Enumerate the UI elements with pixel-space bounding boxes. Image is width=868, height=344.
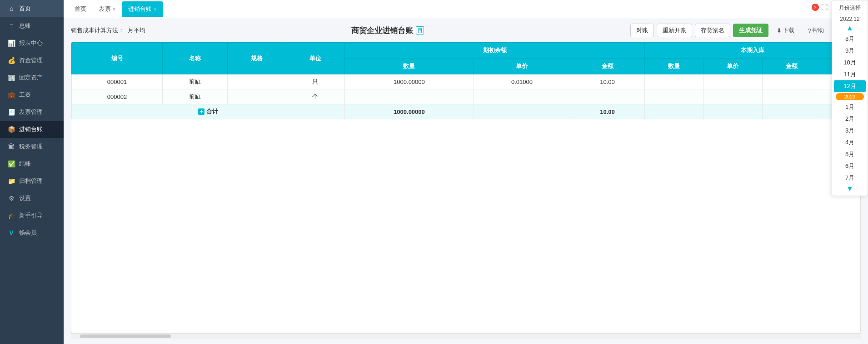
month-item-10[interactable]: 10月 (832, 57, 868, 69)
col-start-price: 单价 (474, 59, 570, 74)
month-item-3[interactable]: 3月 (832, 125, 868, 137)
sidebar-item-archive[interactable]: 📁 归档管理 (0, 172, 64, 190)
total-in-amount (762, 104, 821, 119)
close-button[interactable]: × (812, 4, 819, 11)
month-panel-title: 月份选择 (832, 2, 868, 14)
cell-spec (227, 89, 286, 104)
month-item-5[interactable]: 5月 (832, 148, 868, 160)
total-start-amount: 10.00 (570, 104, 644, 119)
month-nav-down: ▼ (832, 184, 868, 194)
reconcile-button[interactable]: 对账 (630, 24, 654, 37)
cell-unit: 只 (286, 74, 344, 89)
month-down-button[interactable]: ▼ (844, 185, 855, 193)
cell-in-qty (645, 89, 703, 104)
cell-start-amount (570, 89, 644, 104)
generate-voucher-button[interactable]: 生成凭证 (733, 24, 768, 37)
month-item-2[interactable]: 2月 (832, 113, 868, 125)
col-in-qty: 数量 (645, 59, 703, 74)
cell-in-qty (645, 74, 703, 89)
month-up-button[interactable]: ▲ (844, 24, 855, 32)
cell-start-price (474, 89, 570, 104)
col-name: 名称 (163, 43, 227, 74)
sidebar-item-fixed-assets[interactable]: 🏢 固定资产 (0, 69, 64, 86)
sidebar-item-tax[interactable]: 🏛 税务管理 (0, 138, 64, 155)
table-header-row1: 编号 名称 规格 单位 期初余额 本期入库 (72, 43, 860, 59)
reports-icon: 📊 (7, 39, 15, 47)
invoice-icon: 🧾 (7, 108, 15, 116)
help-button[interactable]: ? 帮助 (803, 24, 829, 37)
col-in-amount: 金额 (762, 59, 821, 74)
month-item-11[interactable]: 11月 (832, 69, 868, 80)
tab-inventory[interactable]: 进销台账 × (122, 1, 163, 17)
content-area: 销售成本计算方法： 月平均 商贸企业进销台账 目 对账 重新开账 存货别名 生成… (64, 18, 868, 344)
month-item-8[interactable]: 8月 (832, 33, 868, 45)
funds-icon: 💰 (7, 57, 15, 64)
save-alias-button[interactable]: 存货别名 (695, 24, 730, 37)
main-area: × ⛶ 首页 发票 × 进销台账 × 销售成本计算方法： 月平均 商贸企业进销台… (64, 0, 868, 344)
home-icon: ⌂ (7, 5, 15, 12)
month-item-7[interactable]: 7月 (832, 172, 868, 184)
col-current-in: 本期入库 (645, 43, 860, 59)
tab-home[interactable]: 首页 (68, 1, 93, 17)
archive-icon: 📁 (7, 177, 15, 185)
cell-unit: 个 (286, 89, 344, 104)
toolbar-buttons: 对账 重新开账 存货别名 生成凭证 ⬇ 下载 ? 帮助 ↻ 刷新 (630, 24, 861, 37)
reopen-button[interactable]: 重新开账 (657, 24, 692, 37)
sidebar-item-funds[interactable]: 💰 资金管理 (0, 52, 64, 69)
tab-invoice[interactable]: 发票 × (93, 1, 122, 17)
table-row: 000002 前缸 个 (72, 89, 860, 104)
sidebar-item-reports[interactable]: 📊 报表中心 (0, 34, 64, 52)
scroll-thumb[interactable] (80, 334, 171, 338)
sidebar-item-membership[interactable]: V 畅会员 (0, 224, 64, 241)
month-item-6[interactable]: 6月 (832, 160, 868, 172)
month-item-1[interactable]: 1月 (832, 101, 868, 113)
cell-start-price: 0.01000 (474, 74, 570, 89)
inventory-table: 编号 名称 规格 单位 期初余额 本期入库 数量 单价 金额 数量 单价 金额 (71, 42, 860, 119)
checkout-icon: ✅ (7, 160, 15, 167)
total-row: ✦ 合计 1000.00000 10.00 (72, 104, 860, 119)
month-nav-up: ▲ (832, 23, 868, 33)
sidebar-item-tutorial[interactable]: 🎓 新手引导 (0, 207, 64, 224)
download-button[interactable]: ⬇ 下载 (771, 24, 800, 37)
content-header: 销售成本计算方法： 月平均 商贸企业进销台账 目 对账 重新开账 存货别名 生成… (71, 24, 861, 37)
total-start-qty: 1000.00000 (345, 104, 474, 119)
tab-bar: 首页 发票 × 进销台账 × (64, 0, 868, 18)
tab-inventory-close[interactable]: × (154, 6, 156, 12)
month-item-4[interactable]: 4月 (832, 137, 868, 148)
sidebar-item-settings[interactable]: ⚙ 设置 (0, 190, 64, 207)
cell-start-qty (345, 89, 474, 104)
scroll-hint (71, 333, 861, 339)
col-code: 编号 (72, 43, 163, 74)
col-spec: 规格 (227, 43, 286, 74)
sidebar-item-general-ledger[interactable]: ≡ 总账 (0, 17, 64, 34)
sidebar-item-checkout[interactable]: ✅ 结账 (0, 155, 64, 172)
col-start-amount: 金额 (570, 59, 644, 74)
download-icon: ⬇ (777, 27, 782, 34)
tab-invoice-close[interactable]: × (113, 6, 115, 12)
sidebar-item-invoice-mgmt[interactable]: 🧾 发票管理 (0, 103, 64, 121)
maximize-button[interactable]: ⛶ (821, 4, 828, 11)
month-item-12[interactable]: 12月 (834, 80, 866, 92)
inventory-icon: 📦 (7, 126, 15, 133)
ledger-icon: ≡ (7, 22, 15, 29)
col-in-price: 单价 (703, 59, 762, 74)
total-start-price (474, 104, 570, 119)
page-info-icon[interactable]: 目 (416, 26, 424, 34)
month-panel-year: 2022.12 (832, 15, 868, 23)
sidebar-item-home[interactable]: ⌂ 首页 (0, 0, 64, 17)
total-icon: ✦ (198, 108, 205, 115)
membership-icon: V (7, 229, 15, 236)
cell-in-price (703, 74, 762, 89)
month-item-9[interactable]: 9月 (832, 45, 868, 57)
sidebar-item-inventory[interactable]: 📦 进销台账 (0, 121, 64, 138)
cost-method-label: 销售成本计算方法： 月平均 (71, 26, 145, 34)
total-label-cell: ✦ 合计 (72, 104, 345, 119)
col-start-qty: 数量 (345, 59, 474, 74)
year-2023-badge: 2023 (836, 93, 864, 100)
assets-icon: 🏢 (7, 74, 15, 81)
col-unit: 单位 (286, 43, 344, 74)
month-selector-panel: 月份选择 2022.12 ▲ 8月 9月 10月 11月 12月 2023 1月… (832, 0, 868, 196)
tutorial-icon: 🎓 (7, 212, 15, 219)
cell-code: 000002 (72, 89, 163, 104)
sidebar-item-payroll[interactable]: 💼 工资 (0, 86, 64, 103)
